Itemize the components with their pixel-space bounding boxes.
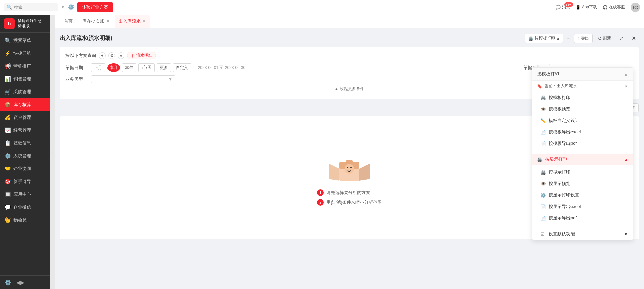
sidebar-item-wechat[interactable]: 💬企业微信 — [0, 201, 50, 214]
divider-1 — [532, 152, 633, 152]
sidebar-item-basic[interactable]: 📋基础信息 — [0, 137, 50, 150]
empty-illustration — [329, 150, 370, 184]
page-content: 出入库流水(流水明细) 🖨️ 按模板打印 ▲ ··· ↑ 导出 — [55, 28, 644, 289]
message-icon: 💬 — [556, 5, 561, 10]
tab-close-inout-flow[interactable]: ✕ — [143, 19, 146, 23]
sidebar-item-quicknav[interactable]: ⚡快捷导航 — [0, 47, 50, 60]
trial-button[interactable]: 体验行业方案 — [77, 2, 113, 12]
date-btn-prev-month[interactable]: 上月 — [91, 63, 105, 72]
export-button[interactable]: ↑ 导出 — [574, 34, 593, 43]
collapse-label: 收起更多条件 — [340, 86, 364, 92]
tab-label-inout-flow: 出入库流水 — [119, 18, 141, 24]
dropdown-item-template-excel[interactable]: 📄按模板导出excel — [532, 126, 633, 138]
logo-text-line2: 标准版 — [18, 24, 42, 29]
chevron-up-icon-filter: ▲ — [334, 87, 339, 91]
sidebar-item-label-system: 系统管理 — [13, 153, 31, 159]
sidebar-item-enterprise[interactable]: 🤝企业协同 — [0, 162, 50, 175]
printer-icon: 🖨️ — [528, 36, 533, 41]
tab-home[interactable]: 首页 — [60, 15, 77, 28]
sidebar-bottom: ⚙️ ◀▶ — [0, 275, 50, 289]
date-btn-recent7[interactable]: 近7天 — [138, 63, 155, 72]
display-pdf-icon: 📄 — [540, 216, 546, 221]
svg-point-6 — [347, 167, 348, 168]
date-label: 单据日期 — [65, 65, 86, 71]
sidebar-item-finance[interactable]: 💰资金管理 — [0, 111, 50, 124]
dropdown-item-display-print-settings[interactable]: ⚙️按显示打印设置 — [532, 189, 633, 201]
tab-close-inventory-batch[interactable]: ✕ — [106, 19, 109, 23]
sidebar-item-inventory[interactable]: 📦库存核算 — [0, 98, 50, 111]
printer2-icon: 🖨️ — [537, 157, 543, 162]
sidebar-item-system[interactable]: ⚙️系统管理 — [0, 150, 50, 162]
step-2-num: 2 — [317, 199, 324, 206]
date-btn-current-month[interactable]: 本月 — [107, 63, 120, 72]
expand-button[interactable]: ⤢ — [616, 34, 626, 43]
tab-inventory-batch[interactable]: 库存批次账✕ — [78, 15, 113, 28]
dropdown-header-arrow[interactable]: ▲ — [624, 72, 628, 77]
filter-collapse-button[interactable]: « — [118, 52, 124, 59]
sidebar-item-search[interactable]: 🔍搜索菜单 — [0, 34, 50, 47]
app-download-button[interactable]: 📱 App下载 — [576, 4, 597, 10]
date-btn-current-year[interactable]: 本年 — [122, 63, 136, 72]
appcenter-icon: 🔲 — [5, 191, 11, 198]
svg-marker-4 — [359, 164, 370, 181]
member-icon: 👑 — [5, 217, 11, 223]
top-bar-left: 🔍 ▼ ⚙️ 体验行业方案 — [4, 2, 113, 12]
filter-header: 按以下方案查询 + ⚙ « ◎ 流水明细 — [65, 52, 633, 59]
logo-letter: b — [8, 21, 11, 26]
dropdown-item-template-pdf[interactable]: 📄按模板导出pdf — [532, 138, 633, 149]
default-settings-icon: ☑ — [540, 232, 546, 237]
gear-icon[interactable]: ⚙️ — [68, 4, 75, 10]
dropdown-item-display-preview[interactable]: 👁️按显示预览 — [532, 178, 633, 189]
close-page-button[interactable]: ✕ — [629, 34, 639, 43]
message-button[interactable]: 💬 消息 99+ — [556, 4, 570, 10]
guide-icon: 🎯 — [5, 179, 11, 185]
dropdown-item-template-custom[interactable]: ✏️模板自定义设计 — [532, 115, 633, 126]
top-bar: 🔍 ▼ ⚙️ 体验行业方案 💬 消息 99+ 📱 App下载 🎧 在线客服 Ri… — [0, 0, 644, 15]
refresh-icon: ↺ — [598, 36, 602, 41]
step-2-text: 用[过滤]条件来缩小分析范围 — [326, 199, 381, 205]
template-custom-label: 模板自定义设计 — [549, 117, 579, 124]
date-btn-custom[interactable]: 自定义 — [173, 63, 191, 72]
search-dropdown-arrow[interactable]: ▼ — [61, 5, 65, 10]
template-print-button[interactable]: 🖨️ 按模板打印 ▲ — [525, 34, 563, 43]
display-section-header[interactable]: 🖨️ 按显示打印 ▲ — [532, 154, 633, 165]
date-btn-more[interactable]: 更多 — [157, 63, 171, 72]
search-icon: 🔍 — [5, 37, 11, 44]
display-section-arrow[interactable]: ▲ — [624, 157, 628, 161]
wechat-icon: 💬 — [5, 204, 11, 210]
sidebar-item-operations[interactable]: 📈经营管理 — [0, 124, 50, 137]
collapse-sidebar-icon[interactable]: ◀▶ — [16, 279, 24, 286]
business-type-select[interactable]: ▼ — [91, 75, 175, 83]
filter-add-button[interactable]: + — [99, 52, 106, 59]
filter-settings-button[interactable]: ⚙ — [108, 52, 115, 59]
sidebar-item-purchase[interactable]: 🛒采购管理 — [0, 85, 50, 98]
sidebar-item-appcenter[interactable]: 🔲应用中心 — [0, 188, 50, 201]
tab-inout-flow[interactable]: 出入库流水✕ — [115, 15, 150, 28]
default-settings-item[interactable]: ☑ 设置默认功能 ▼ — [532, 228, 633, 240]
user-avatar[interactable]: Rit — [631, 3, 640, 12]
dropdown-item-display-print[interactable]: 🖨️按显示打印 — [532, 166, 633, 178]
display-excel-icon: 📄 — [540, 204, 546, 209]
sidebar-item-member[interactable]: 👑畅会员 — [0, 214, 50, 227]
dropdown-header-title: 按模板打印 — [537, 71, 559, 77]
top-search-box[interactable]: 🔍 — [4, 3, 58, 11]
dropdown-item-display-pdf[interactable]: 📄按显示导出pdf — [532, 212, 633, 224]
print-dropdown-panel: 按模板打印 ▲ 🔖 当前：出入库流水 ▼ 🖨️按模板打印👁️按模板预览✏️模板自… — [532, 67, 633, 240]
sales-icon: 📊 — [5, 76, 11, 82]
dropdown-current-label: 当前：出入库流水 — [545, 83, 577, 89]
sidebar-item-guide[interactable]: 🎯新手引导 — [0, 175, 50, 188]
current-arrow[interactable]: ▼ — [624, 84, 628, 88]
search-input[interactable] — [14, 5, 48, 10]
online-service-button[interactable]: 🎧 在线客服 — [603, 4, 625, 10]
dropdown-item-template-print[interactable]: 🖨️按模板打印 — [532, 92, 633, 103]
sidebar-scroll[interactable]: │ — [50, 15, 55, 289]
tab-label-home: 首页 — [64, 18, 73, 24]
sidebar-item-marketing[interactable]: 📢营销推广 — [0, 60, 50, 73]
sidebar-item-label-sales: 销售管理 — [13, 76, 31, 82]
dropdown-item-template-preview[interactable]: 👁️按模板预览 — [532, 103, 633, 115]
sidebar-item-sales[interactable]: 📊销售管理 — [0, 73, 50, 85]
business-type-label: 业务类型 — [65, 76, 86, 82]
settings-icon[interactable]: ⚙️ — [5, 279, 11, 286]
refresh-button[interactable]: ↺ 刷新 — [595, 34, 614, 43]
dropdown-item-display-excel[interactable]: 📄按显示导出excel — [532, 201, 633, 212]
